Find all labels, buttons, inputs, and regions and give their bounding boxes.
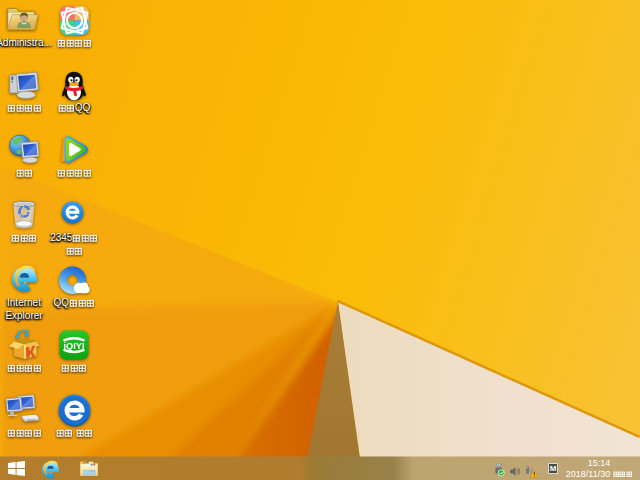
svg-text:iQIYI: iQIYI bbox=[64, 340, 85, 350]
